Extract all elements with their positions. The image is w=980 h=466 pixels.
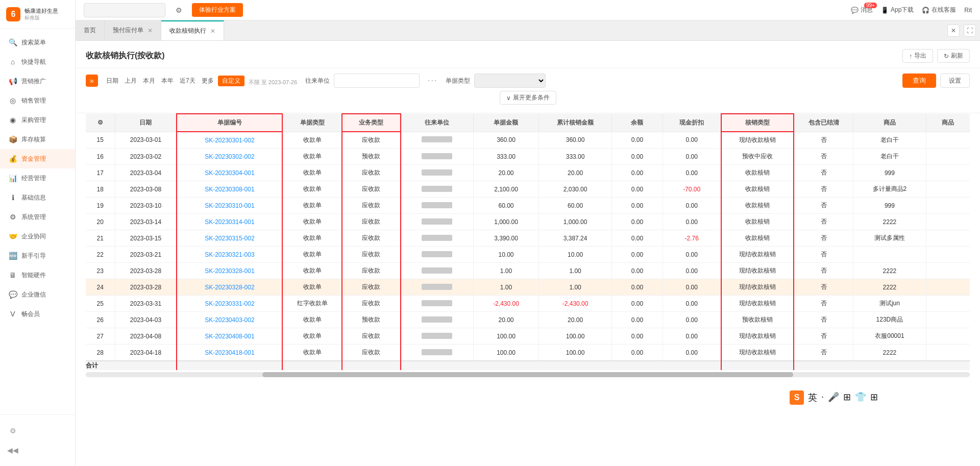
counterpart-blurred [422, 333, 452, 339]
voucher-no-link[interactable]: SK-20230314-001 [205, 218, 254, 226]
sidebar-item-inventory[interactable]: 📦库存核算 [0, 130, 75, 149]
filter-toggle-btn[interactable]: » [86, 75, 98, 87]
voucher-no-link[interactable]: SK-20230310-001 [205, 202, 254, 209]
sidebar-item-system[interactable]: ⚙系统管理 [0, 207, 75, 227]
export-btn[interactable]: ↑ 导出 [902, 49, 933, 63]
date-custom-btn[interactable]: 自定义 [218, 76, 244, 86]
sidebar-item-guide[interactable]: 🆕新手引导 [0, 246, 75, 265]
table-row[interactable]: 26 2023-04-03 SK-20230403-002 收款单 预收款 20… [86, 312, 970, 328]
td-balance: 0.00 [611, 247, 663, 263]
voucher-no-link[interactable]: SK-20230301-002 [205, 137, 254, 144]
td-counterpart [401, 263, 474, 279]
table-row[interactable]: 23 2023-03-28 SK-20230328-001 收款单 应收款 1.… [86, 263, 970, 279]
th-product2[interactable]: 商品 [926, 114, 970, 132]
table-row[interactable]: 27 2023-04-08 SK-20230408-001 收款单 应收款 10… [86, 328, 970, 345]
th-verify-type[interactable]: 核销类型 [721, 114, 794, 132]
sidebar-item-operation[interactable]: 📊经营管理 [0, 168, 75, 188]
tab-expand-btn[interactable]: ⛶ [964, 24, 976, 37]
table-row[interactable]: 17 2023-03-04 SK-20230304-001 收款单 应收款 20… [86, 165, 970, 181]
td-voucher-no: SK-20230403-002 [177, 312, 282, 328]
table-row[interactable]: 21 2023-03-15 SK-20230315-002 收款单 应收款 3,… [86, 230, 970, 247]
tab-home[interactable]: 首页 [76, 20, 105, 40]
th-amount[interactable]: 单据金额 [473, 114, 538, 132]
voucher-no-link[interactable]: SK-20230418-001 [205, 349, 254, 356]
topbar-gear-icon[interactable]: ⚙ [172, 3, 186, 17]
table-scrollbar[interactable] [86, 372, 970, 377]
message-badge[interactable]: 💬 消息 99+ [851, 6, 873, 14]
voucher-no-link[interactable]: SK-20230408-001 [205, 333, 254, 340]
table-row[interactable]: 22 2023-03-21 SK-20230321-003 收款单 应收款 10… [86, 247, 970, 263]
table-container[interactable]: ⚙ 日期 单据编号 单据类型 业务类型 往来单位 单据金额 累计核销金额 余额 … [76, 113, 980, 466]
td-amount: 100.00 [473, 345, 538, 361]
th-balance[interactable]: 余额 [611, 114, 663, 132]
th-product[interactable]: 商品 [853, 114, 926, 132]
voucher-type-label: 单据类型 [446, 77, 470, 85]
date-7days[interactable]: 近7天 [178, 76, 198, 86]
sidebar-item-marketing[interactable]: 📢营销推广 [0, 71, 75, 91]
voucher-no-link[interactable]: SK-20230331-002 [205, 300, 254, 307]
th-cum-amount[interactable]: 累计核销金额 [539, 114, 612, 132]
counterpart-input[interactable] [334, 73, 420, 88]
th-gear[interactable]: ⚙ [86, 114, 115, 132]
tab-collection-close[interactable]: ✕ [210, 28, 215, 35]
voucher-type-select[interactable] [474, 73, 546, 88]
voucher-no-link[interactable]: SK-20230304-001 [205, 169, 254, 177]
table-row[interactable]: 16 2023-03-02 SK-20230302-002 收款单 预收款 33… [86, 149, 970, 165]
th-cash-discount[interactable]: 现金折扣 [663, 114, 721, 132]
message-icon: 💬 [851, 7, 859, 14]
table-row[interactable]: 18 2023-03-08 SK-20230308-001 收款单 应收款 2,… [86, 181, 970, 198]
solution-btn[interactable]: 体验行业方案 [192, 3, 243, 17]
tab-close-btn[interactable]: ✕ [947, 24, 960, 37]
sidebar-item-search[interactable]: 🔍搜索菜单 [0, 33, 75, 52]
settings-icon: ⚙ [8, 426, 17, 435]
date-last-month[interactable]: 上月 [122, 76, 139, 86]
sidebar-item-basic[interactable]: ℹ基础信息 [0, 188, 75, 207]
sidebar-item-hardware[interactable]: 🖥智能硬件 [0, 265, 75, 285]
voucher-no-link[interactable]: SK-20230328-002 [205, 284, 254, 291]
filter-settings-btn[interactable]: 设置 [940, 73, 970, 88]
refresh-btn[interactable]: ↻ 刷新 [937, 49, 970, 63]
sidebar-item-purchase[interactable]: ◉采购管理 [0, 110, 75, 130]
th-counterpart[interactable]: 往来单位 [401, 114, 474, 132]
date-this-month[interactable]: 本月 [141, 76, 157, 86]
voucher-no-link[interactable]: SK-20230321-003 [205, 251, 254, 258]
sidebar-item-sales[interactable]: ◎销售管理 [0, 91, 75, 110]
date-more[interactable]: 更多 [200, 76, 216, 86]
counterpart-blurred [422, 300, 452, 306]
voucher-no-link[interactable]: SK-20230403-002 [205, 316, 254, 324]
th-biz-type[interactable]: 业务类型 [342, 114, 400, 132]
user-link[interactable]: Rit [964, 7, 972, 14]
table-row[interactable]: 20 2023-03-14 SK-20230314-001 收款单 应收款 1,… [86, 214, 970, 230]
table-row[interactable]: 24 2023-03-28 SK-20230328-002 收款单 应收款 1.… [86, 279, 970, 296]
th-include-settled[interactable]: 包含已结清 [794, 114, 853, 132]
sidebar-item-quicknav[interactable]: ⌂快捷导航 [0, 52, 75, 71]
sidebar-item-collapse[interactable]: ◀◀ [0, 440, 75, 460]
sidebar-item-finance[interactable]: 💰资金管理 [0, 149, 75, 168]
tab-collection[interactable]: 收款核销执行 ✕ [161, 20, 224, 40]
app-download-link[interactable]: 📱 App下载 [881, 6, 914, 14]
tab-prepay-close[interactable]: ✕ [148, 27, 153, 34]
topbar-search-input[interactable] [84, 3, 165, 17]
voucher-no-link[interactable]: SK-20230328-001 [205, 267, 254, 275]
expand-btn[interactable]: ∨ 展开更多条件 [500, 91, 556, 105]
voucher-no-link[interactable]: SK-20230308-001 [205, 186, 254, 193]
date-this-year[interactable]: 本年 [159, 76, 176, 86]
sidebar-item-settings[interactable]: ⚙ [0, 421, 75, 440]
voucher-no-link[interactable]: SK-20230315-002 [205, 235, 254, 242]
td-cum-amount: 20.00 [539, 312, 612, 328]
table-row[interactable]: 19 2023-03-10 SK-20230310-001 收款单 应收款 60… [86, 198, 970, 214]
sidebar-item-wechat[interactable]: 💬企业微信 [0, 285, 75, 304]
query-btn[interactable]: 查询 [902, 73, 936, 88]
sidebar-item-member[interactable]: V畅会员 [0, 304, 75, 324]
online-service-link[interactable]: 🎧 在线客服 [922, 6, 956, 14]
table-row[interactable]: 15 2023-03-01 SK-20230301-002 收款单 应收款 36… [86, 132, 970, 149]
sidebar-item-enterprise[interactable]: 🤝企业协同 [0, 227, 75, 246]
voucher-no-link[interactable]: SK-20230302-002 [205, 153, 254, 160]
td-include-settled: 否 [794, 230, 853, 247]
table-row[interactable]: 25 2023-03-31 SK-20230331-002 红字收款单 应收款 … [86, 296, 970, 312]
table-row[interactable]: 28 2023-04-18 SK-20230418-001 收款单 应收款 10… [86, 345, 970, 361]
tab-prepay[interactable]: 预付应付单 ✕ [105, 20, 161, 40]
th-voucher-no[interactable]: 单据编号 [177, 114, 282, 132]
th-voucher-type[interactable]: 单据类型 [282, 114, 342, 132]
th-date[interactable]: 日期 [115, 114, 177, 132]
